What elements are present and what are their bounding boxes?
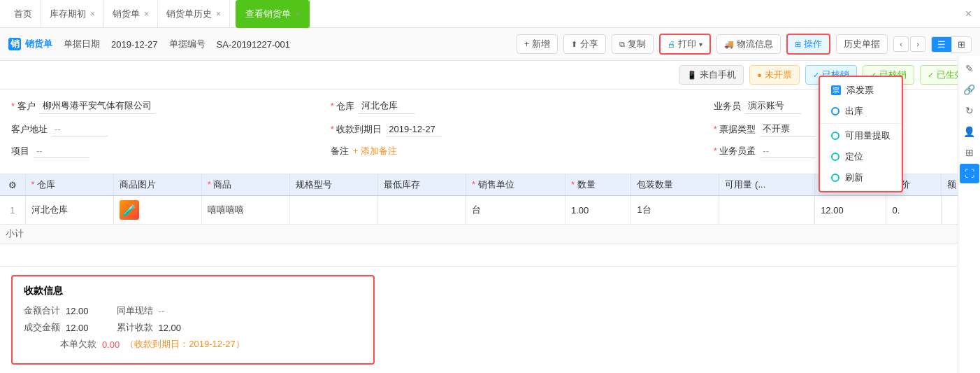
ticket-type-value: 不开票 bbox=[760, 121, 816, 137]
warehouse-label: 仓库 bbox=[331, 100, 355, 113]
row-warehouse: 河北仓库 bbox=[25, 196, 113, 225]
row-price: 0. bbox=[886, 196, 942, 225]
history-button[interactable]: 历史单据 bbox=[836, 34, 888, 54]
row-spec bbox=[289, 196, 377, 225]
sidebar-user-icon[interactable]: 👤 bbox=[960, 122, 979, 141]
transaction-amount-field: 成交金额 12.00 bbox=[24, 321, 89, 334]
total-collected-value: 12.00 bbox=[159, 323, 182, 333]
product-thumbnail: 🧪 bbox=[120, 200, 139, 220]
sidebar-edit-icon[interactable]: ✎ bbox=[960, 59, 979, 78]
new-button[interactable]: + 新增 bbox=[517, 34, 558, 54]
subtotal-row: 小计 bbox=[0, 225, 980, 244]
row-available bbox=[719, 196, 815, 225]
close-tab-sales-order[interactable]: × bbox=[144, 9, 149, 19]
available-qty-icon bbox=[831, 132, 840, 140]
view-list-button[interactable]: ☰ bbox=[932, 37, 952, 52]
row-min-stock bbox=[377, 196, 466, 225]
share-button[interactable]: ⬆ 分享 bbox=[563, 34, 606, 54]
close-tab-view-sales[interactable]: × bbox=[295, 9, 300, 19]
refresh-icon bbox=[831, 174, 840, 182]
address-value: -- bbox=[52, 122, 108, 136]
col-package-qty: 包装数量 bbox=[631, 174, 719, 196]
out-stock-icon bbox=[831, 107, 840, 115]
total-amount-label: 金额合计 bbox=[24, 304, 60, 317]
total-amount-field: 金额合计 12.00 bbox=[24, 304, 89, 317]
phone-status-btn[interactable]: 📱 来自手机 bbox=[679, 65, 744, 85]
total-collected-label: 累计收款 bbox=[117, 321, 153, 334]
sidebar-table-icon[interactable]: ⊞ bbox=[960, 143, 979, 162]
employee-label: 业务员 bbox=[714, 100, 741, 113]
close-tab-sales-history[interactable]: × bbox=[216, 9, 221, 19]
tab-home[interactable]: 首页 bbox=[6, 0, 41, 28]
row-num: 1 bbox=[0, 196, 25, 225]
transaction-amount-value: 12.00 bbox=[66, 323, 89, 333]
logistics-button[interactable]: 🚚 物流信息 bbox=[716, 34, 781, 54]
row-stock: 12.00 bbox=[815, 196, 886, 225]
view-grid-button[interactable]: ⊞ bbox=[952, 37, 971, 52]
balance-value: 0.00 bbox=[102, 339, 120, 350]
doc-title: 销 销货单 bbox=[8, 38, 52, 50]
collection-info: 收款信息 金额合计 12.00 同单现结 -- 成交金额 12.00 累计收款 bbox=[11, 275, 375, 365]
dropdown-available-qty[interactable]: 可用量提取 bbox=[820, 125, 902, 146]
add-note-button[interactable]: + 添加备注 bbox=[353, 145, 397, 157]
note-label: 备注 bbox=[331, 145, 349, 157]
row-image: 🧪 bbox=[113, 196, 201, 225]
not-open-btn[interactable]: ● 未开票 bbox=[749, 65, 800, 85]
col-min-stock: 最低库存 bbox=[377, 174, 466, 196]
total-collected-field: 累计收款 12.00 bbox=[117, 321, 182, 334]
row-unit: 台 bbox=[466, 196, 565, 225]
row-quantity: 1.00 bbox=[565, 196, 630, 225]
settlement-field: 同单现结 -- bbox=[117, 304, 165, 317]
main-area: 销 销货单 单据日期 2019-12-27 单据编号 SA-20191227-0… bbox=[0, 28, 980, 373]
sidebar-refresh-icon[interactable]: ↻ bbox=[960, 101, 979, 120]
note-field: 备注 + 添加备注 bbox=[331, 145, 714, 157]
tab-inventory-init[interactable]: 库存期初 × bbox=[41, 0, 104, 28]
dropdown-refresh[interactable]: 刷新 bbox=[820, 167, 902, 188]
nav-arrows: ‹ › bbox=[893, 36, 925, 52]
address-label: 客户地址 bbox=[11, 123, 48, 136]
print-button[interactable]: 🖨 打印 ▾ bbox=[659, 34, 711, 55]
employee-value: 演示账号 bbox=[745, 98, 801, 114]
warehouse-value: 河北仓库 bbox=[359, 98, 415, 114]
doc-type-label: 销货单 bbox=[25, 38, 52, 50]
sidebar-link-icon[interactable]: 🔗 bbox=[960, 80, 979, 99]
locate-icon bbox=[831, 153, 840, 161]
doc-no-value: SA-20191227-001 bbox=[217, 39, 291, 50]
right-sidebar: ✎ 🔗 ↻ 👤 ⊞ ⛶ bbox=[958, 56, 980, 373]
doc-meta: 单据日期 2019-12-27 单据编号 SA-20191227-001 bbox=[64, 38, 290, 50]
salesperson-value: -- bbox=[760, 144, 816, 158]
doc-date-value: 2019-12-27 bbox=[111, 39, 158, 50]
nav-prev-button[interactable]: ‹ bbox=[893, 36, 909, 52]
payment-date-label: 收款到期日 bbox=[331, 123, 382, 136]
col-available: 可用量 (... bbox=[719, 174, 815, 196]
sidebar-expand-icon[interactable]: ⛶ bbox=[960, 164, 979, 183]
dropdown-out-stock[interactable]: 出库 bbox=[820, 101, 902, 122]
transaction-amount-label: 成交金额 bbox=[24, 321, 60, 334]
col-spec: 规格型号 bbox=[289, 174, 377, 196]
project-field: 项目 -- bbox=[11, 144, 331, 158]
dropdown-add-invoice[interactable]: 票 添发票 bbox=[820, 80, 902, 101]
bottom-section: 收款信息 金额合计 12.00 同单现结 -- 成交金额 12.00 累计收款 bbox=[0, 266, 980, 373]
balance-label: 本单欠款 bbox=[60, 338, 96, 351]
tab-sales-history[interactable]: 销货单历史 × bbox=[158, 0, 230, 28]
col-unit: * 销售单位 bbox=[466, 174, 565, 196]
dropdown-locate[interactable]: 定位 bbox=[820, 146, 902, 167]
copy-button[interactable]: ⧉ 复制 bbox=[612, 34, 654, 54]
ticket-type-label: 票据类型 bbox=[714, 123, 756, 136]
operations-dropdown: 票 添发票 出库 可用量提取 定位 刷新 bbox=[819, 76, 903, 192]
balance-field: 本单欠款 0.00 （收款到期日：2019-12-27） bbox=[24, 338, 245, 351]
close-tab-inventory-init[interactable]: × bbox=[90, 9, 95, 19]
salesperson-label: 业务员孟 bbox=[714, 145, 756, 157]
nav-next-button[interactable]: › bbox=[910, 36, 925, 52]
doc-type-icon: 销 bbox=[8, 38, 21, 50]
col-image: 商品图片 bbox=[113, 174, 201, 196]
total-amount-value: 12.00 bbox=[66, 306, 89, 316]
doc-no-label: 单据编号 bbox=[169, 38, 206, 50]
operations-button[interactable]: ⊞ 操作 bbox=[786, 34, 830, 55]
row-package-qty: 1台 bbox=[631, 196, 719, 225]
payment-date-value: 2019-12-27 bbox=[386, 122, 442, 136]
view-mode-buttons: ☰ ⊞ bbox=[931, 36, 972, 52]
tab-view-sales[interactable]: 查看销货单 × bbox=[236, 0, 310, 28]
tab-sales-order[interactable]: 销货单 × bbox=[104, 0, 158, 28]
close-all-tabs[interactable]: × bbox=[965, 8, 972, 20]
